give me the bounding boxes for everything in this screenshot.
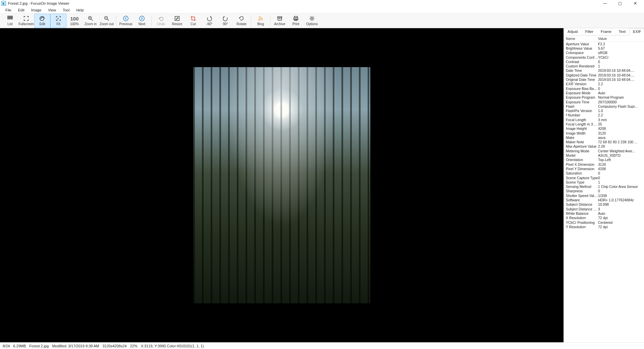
menu-help[interactable]: Help	[73, 7, 87, 13]
options-button[interactable]: Options	[304, 14, 320, 28]
next-button[interactable]: Next	[134, 14, 150, 28]
zoom-out-icon	[104, 15, 110, 21]
exif-row[interactable]: Focal Length in 35m...25	[564, 122, 644, 126]
exif-row[interactable]: ModelASUS_X00TD	[564, 153, 644, 157]
rotate-minus90-button[interactable]: -90°	[201, 14, 217, 28]
tab-frame[interactable]: Frame	[597, 28, 615, 35]
exif-row[interactable]: Metering ModeCenter Weighted Aver...	[564, 149, 644, 153]
exif-row[interactable]: Digitized Date Time2019:03:16 10:48:04..…	[564, 73, 644, 77]
exif-value: 72 dpi	[598, 225, 642, 229]
hundred-button[interactable]: 100 100%	[66, 14, 83, 28]
tab-filter[interactable]: Filter	[582, 28, 597, 35]
exif-row[interactable]: Original Date Time2019:03:16 10:48:04...…	[564, 77, 644, 82]
exif-row[interactable]: Components Configu...YCbCr	[564, 55, 644, 59]
exif-value: Auto	[598, 211, 642, 215]
zoom-out-button[interactable]: Zoom out	[99, 14, 115, 28]
exif-row[interactable]: Image Height4208	[564, 127, 644, 131]
maximize-button[interactable]: ▢	[612, 0, 628, 7]
toolbar-separator	[251, 15, 251, 26]
exif-row[interactable]: Contrast0	[564, 59, 644, 64]
exif-row[interactable]: YCbCr PositioningCentered	[564, 220, 644, 225]
exif-row[interactable]: Y Resolution72 dpi	[564, 225, 644, 229]
exif-row[interactable]: Focal Length3 mm	[564, 117, 644, 122]
exif-row[interactable]: Exposure ModeAuto	[564, 91, 644, 95]
exif-value: 0	[598, 176, 642, 180]
exif-name: Colorspace	[566, 51, 598, 55]
rotate-button[interactable]: Rotate	[233, 14, 250, 28]
exif-row[interactable]: Custom Rendered1	[564, 64, 644, 68]
exif-row[interactable]: Scene Capture Type0	[564, 176, 644, 180]
exif-row[interactable]: Maker Note72 68 82 80 2 239 100 ...	[564, 140, 644, 144]
exif-row[interactable]: EXIF Version2.2	[564, 82, 644, 86]
exif-row[interactable]: White BalanceAuto	[564, 211, 644, 215]
menu-edit[interactable]: Edit	[15, 7, 28, 13]
exif-value: YCbCr	[598, 55, 642, 59]
exif-row[interactable]: Shutter Speed Value1/338	[564, 193, 644, 198]
exif-row[interactable]: Max Aperture Value2.28	[564, 144, 644, 149]
exif-value: ASUS_X00TD	[598, 153, 642, 157]
blog-button[interactable]: Blog	[253, 14, 269, 28]
exif-row[interactable]: Aperture ValueF2.2	[564, 42, 644, 46]
resize-button[interactable]: Resize	[169, 14, 185, 28]
exif-row[interactable]: Subject Distance Ra...3	[564, 207, 644, 211]
exif-row[interactable]: Brightness Value5.67	[564, 46, 644, 50]
tab-exif[interactable]: EXIF	[629, 28, 644, 36]
exif-name: Exposure Program	[566, 95, 598, 99]
exif-name: Date Time	[566, 68, 598, 72]
svg-rect-5	[11, 18, 13, 19]
svg-text:fit: fit	[57, 17, 59, 20]
rotate-90-button[interactable]: 90°	[217, 14, 233, 28]
rotate-90-label: 90°	[223, 22, 228, 26]
exif-row[interactable]: X Resolution72 dpi	[564, 216, 644, 220]
exif-value: Compulsory Flash Supr...	[598, 104, 642, 108]
exif-value: 0	[598, 171, 642, 175]
svg-point-7	[42, 17, 42, 18]
exif-value: 25	[598, 122, 642, 126]
exif-row[interactable]: Pixel X Dimension3120	[564, 162, 644, 166]
close-button[interactable]: ✕	[628, 0, 643, 7]
edit-button[interactable]: Edit	[34, 14, 50, 28]
exif-row[interactable]: Sensing Method1 Chip Color Area Sensor	[564, 185, 644, 189]
menu-image[interactable]: Image	[28, 7, 45, 13]
exif-header-name: Name	[566, 37, 598, 41]
archive-button[interactable]: Archive	[272, 14, 288, 28]
exif-table[interactable]: Name Value Aperture ValueF2.2Brightness …	[564, 36, 644, 342]
exif-row[interactable]: FlashCompulsory Flash Supr...	[564, 104, 644, 108]
zoom-in-button[interactable]: Zoom in	[83, 14, 99, 28]
exif-name: Image Width	[566, 131, 598, 135]
exif-row[interactable]: Pixel Y Dimension4208	[564, 166, 644, 171]
undo-button[interactable]: Undo	[153, 14, 169, 28]
exif-row[interactable]: Subject Distance10.098	[564, 202, 644, 207]
menu-view[interactable]: View	[45, 7, 59, 13]
tab-text[interactable]: Text	[615, 28, 629, 35]
exif-row[interactable]: Exposure Time297/100000	[564, 100, 644, 104]
exif-value: 3 mm	[598, 118, 642, 122]
fullscreen-button[interactable]: Fullscreen	[18, 14, 34, 28]
fit-icon: fit	[55, 15, 61, 21]
exif-row[interactable]: Date Time2019:03:16 10:48:04....	[564, 68, 644, 73]
image-viewer[interactable]	[0, 28, 564, 342]
tab-adjust[interactable]: Adjust	[564, 28, 582, 35]
exif-row[interactable]: ColorspacesRGB	[564, 51, 644, 55]
exif-row[interactable]: FlashPix Version1.0	[564, 108, 644, 113]
exif-row[interactable]: Sharpness0	[564, 189, 644, 193]
exif-row[interactable]: Image Width3120	[564, 131, 644, 135]
list-button[interactable]: List	[2, 14, 18, 28]
previous-button[interactable]: Previous	[118, 14, 134, 28]
menu-tool[interactable]: Tool	[59, 7, 73, 13]
exif-row[interactable]: Saturation0	[564, 171, 644, 176]
exif-row[interactable]: Exposure Bias Balue0	[564, 86, 644, 91]
cut-button[interactable]: Cut	[185, 14, 201, 28]
menu-file[interactable]: File	[2, 7, 15, 13]
exif-row[interactable]: Scene Type1	[564, 180, 644, 184]
print-button[interactable]: Print	[288, 14, 304, 28]
exif-row[interactable]: f Number2.2	[564, 113, 644, 117]
exif-row[interactable]: Makeasus	[564, 135, 644, 140]
fit-button[interactable]: fit Fit	[50, 14, 66, 28]
exif-name: EXIF Version	[566, 82, 598, 86]
exif-value: 2.28	[598, 144, 642, 148]
minimize-button[interactable]: —	[597, 0, 612, 7]
exif-row[interactable]: OrientationTop-Left	[564, 158, 644, 162]
exif-row[interactable]: SoftwareHDR+ 1.0.177624884z	[564, 198, 644, 202]
exif-row[interactable]: Exposure ProgramNormal Program	[564, 95, 644, 100]
